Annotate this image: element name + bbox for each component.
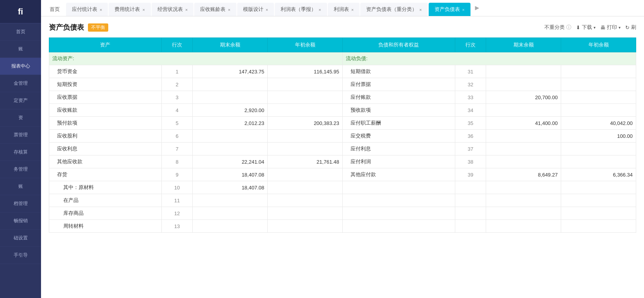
print-button[interactable]: 🖶 打印 ▾: [600, 24, 621, 31]
tab-ap-stats[interactable]: 应付统计表 ×: [66, 3, 108, 16]
sidebar-item-fund-mgmt[interactable]: 金管理: [0, 75, 41, 92]
sidebar-item-invoice-mgmt[interactable]: 票管理: [0, 127, 41, 144]
left-begin-bal: [268, 194, 343, 207]
tab-profit-q[interactable]: 利润表（季报） ×: [275, 3, 327, 16]
right-row-num: 37: [455, 143, 486, 155]
col-end-bal-left: 期末余额: [193, 38, 268, 52]
tab-expense-stats-close[interactable]: ×: [142, 7, 145, 12]
left-name: 在产品: [49, 194, 162, 207]
table-row[interactable]: 应收股利 6 应交税费 36 100.00: [49, 130, 636, 143]
right-end-bal: [486, 65, 561, 78]
tab-home[interactable]: 首页: [44, 3, 65, 16]
left-begin-bal: [268, 143, 343, 155]
sidebar-item-home[interactable]: 首页: [0, 23, 41, 41]
tab-profit[interactable]: 利润表 ×: [328, 3, 360, 16]
tab-bs-reclassify-close[interactable]: ×: [419, 7, 422, 12]
tab-bs[interactable]: 资产负债表 ×: [429, 3, 470, 16]
left-end-bal: 18,407.08: [193, 181, 268, 194]
left-end-bal: [193, 207, 268, 220]
right-begin-bal: [561, 181, 636, 194]
table-row[interactable]: 应收票据 3 应付账款 33 20,700.00: [49, 91, 636, 104]
left-begin-bal: 21,761.48: [268, 155, 343, 168]
sidebar-item-guide[interactable]: 手引导: [0, 247, 41, 264]
right-name: [342, 194, 455, 207]
refresh-button[interactable]: ↻ 刷: [625, 24, 636, 31]
download-button[interactable]: ⬇ 下载 ▾: [576, 24, 596, 31]
download-chevron-icon: ▾: [594, 25, 596, 30]
sidebar-item-account[interactable]: 账: [0, 41, 41, 58]
tab-ar-aging[interactable]: 应收账龄表 ×: [194, 3, 236, 16]
right-end-bal: [486, 155, 561, 168]
tab-expense-stats[interactable]: 费用统计表 ×: [109, 3, 150, 16]
right-name: 应付账款: [342, 91, 455, 104]
left-begin-bal: 116,145.95: [268, 65, 343, 78]
table-row[interactable]: 预付款项 5 2,012.23 200,383.23 应付职工薪酬 35 41,…: [49, 117, 636, 130]
right-end-bal: 8,649.27: [486, 168, 561, 181]
sidebar-item-ledger[interactable]: 账: [0, 178, 41, 195]
right-name: 短期借款: [342, 65, 455, 78]
page-title-area: 资产负债表 不平衡: [49, 23, 108, 32]
left-begin-bal: [268, 130, 343, 143]
tab-biz-status-close[interactable]: ×: [185, 7, 188, 12]
left-row-num: 10: [161, 181, 193, 194]
right-begin-bal: 100.00: [561, 130, 636, 143]
right-begin-bal: 40,042.00: [561, 117, 636, 130]
tab-profit-close[interactable]: ×: [351, 7, 354, 12]
left-name: 短期投资: [49, 78, 162, 91]
no-classify-option[interactable]: 不重分类 ⓘ: [544, 24, 571, 31]
sidebar-item-inventory[interactable]: 存核算: [0, 144, 41, 161]
col-liability: 负债和所有者权益: [342, 38, 455, 52]
table-row[interactable]: 库存商品 12: [49, 207, 636, 220]
right-end-bal: 20,700.00: [486, 91, 561, 104]
right-name: 应付利息: [342, 143, 455, 155]
right-begin-bal: [561, 220, 636, 233]
tab-template-close[interactable]: ×: [266, 7, 268, 12]
sidebar-item-tax-mgmt[interactable]: 务管理: [0, 161, 41, 178]
right-begin-bal: [561, 143, 636, 155]
left-row-num: 6: [161, 130, 193, 143]
print-icon: 🖶: [600, 25, 605, 30]
page-actions: 不重分类 ⓘ ⬇ 下载 ▾ 🖶 打印 ▾ ↻ 刷: [544, 24, 636, 31]
tab-ap-stats-close[interactable]: ×: [100, 7, 102, 12]
sidebar-item-report-center[interactable]: 报表中心: [0, 58, 41, 75]
tab-ar-aging-close[interactable]: ×: [228, 7, 230, 12]
sidebar-item-doc-mgmt[interactable]: 档管理: [0, 195, 41, 212]
table-row[interactable]: 应收账款 4 2,920.00 预收款项 34: [49, 104, 636, 117]
sidebar-item-assets[interactable]: 资: [0, 109, 41, 127]
left-row-num: 9: [161, 168, 193, 181]
sidebar-item-expense[interactable]: 畅报销: [0, 212, 41, 230]
table-row[interactable]: 其中：原材料 10 18,407.08: [49, 181, 636, 194]
right-name: 应付利润: [342, 155, 455, 168]
left-end-bal: [193, 78, 268, 91]
right-row-num: 36: [455, 130, 486, 143]
right-name: [342, 207, 455, 220]
left-begin-bal: [268, 220, 343, 233]
col-end-bal-right: 期末余额: [486, 38, 561, 52]
sidebar-item-fixed-assets[interactable]: 定资产: [0, 92, 41, 109]
table-row[interactable]: 在产品 11: [49, 194, 636, 207]
right-end-bal: [486, 143, 561, 155]
tab-template[interactable]: 模版设计 ×: [237, 3, 274, 16]
tab-profit-q-close[interactable]: ×: [318, 7, 321, 12]
table-row[interactable]: 周转材料 13: [49, 220, 636, 233]
tab-scroll-right[interactable]: ►: [471, 4, 483, 12]
table-row[interactable]: 短期投资 2 应付票据 32: [49, 78, 636, 91]
left-name: 应收票据: [49, 91, 162, 104]
right-name: 其他应付款: [342, 168, 455, 181]
sidebar-item-basic-settings[interactable]: 础设置: [0, 230, 41, 247]
right-end-bal: [486, 207, 561, 220]
left-end-bal: 2,920.00: [193, 104, 268, 117]
table-row[interactable]: 其他应收款 8 22,241.04 21,761.48 应付利润 38: [49, 155, 636, 168]
tab-bs-reclassify[interactable]: 资产负债表（重分类） ×: [360, 3, 428, 16]
left-begin-bal: [268, 104, 343, 117]
left-end-bal: [193, 91, 268, 104]
refresh-icon: ↻: [625, 25, 630, 30]
tab-bs-close[interactable]: ×: [462, 7, 465, 12]
right-begin-bal: [561, 207, 636, 220]
table-row[interactable]: 应收利息 7 应付利息 37: [49, 143, 636, 155]
right-row-num: 32: [455, 78, 486, 91]
table-row[interactable]: 货币资金 1 147,423.75 116,145.95 短期借款 31: [49, 65, 636, 78]
left-end-bal: [193, 194, 268, 207]
tab-biz-status[interactable]: 经营状况表 ×: [152, 3, 193, 16]
table-row[interactable]: 存货 9 18,407.08 其他应付款 39 8,649.27 6,366.3…: [49, 168, 636, 181]
